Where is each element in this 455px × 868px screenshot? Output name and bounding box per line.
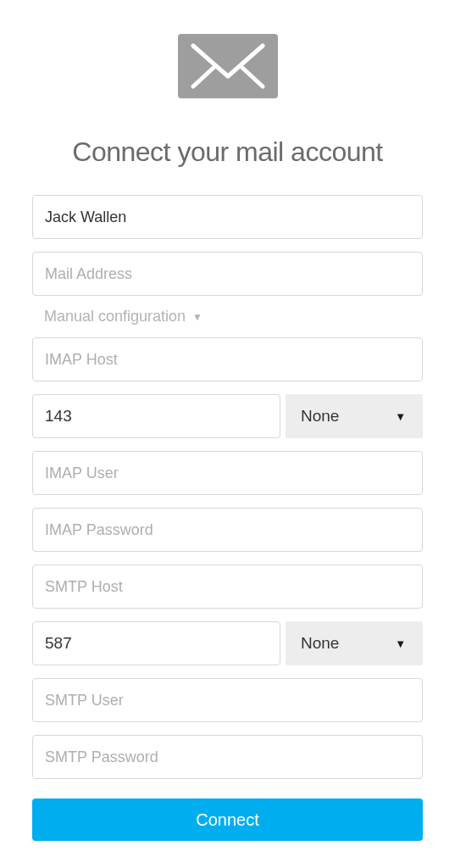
imap-port-row: None ▼ [32,394,423,438]
page-title: Connect your mail account [32,136,423,168]
smtp-user-field[interactable] [32,678,423,722]
smtp-password-field[interactable] [32,735,423,779]
caret-down-icon: ▼ [192,311,203,323]
connect-button[interactable]: Connect [32,798,423,841]
svg-line-1 [241,66,263,86]
manual-config-label: Manual configuration [44,308,186,326]
smtp-port-row: None ▼ [32,621,423,665]
imap-user-field[interactable] [32,451,423,495]
smtp-encryption-value: None [301,634,339,653]
imap-port-field[interactable] [32,394,280,438]
imap-host-field[interactable] [32,337,423,381]
smtp-host-field[interactable] [32,565,423,609]
imap-encryption-value: None [301,407,339,426]
imap-encryption-select[interactable]: None ▼ [286,394,423,438]
mail-setup-form: Manual configuration ▼ None ▼ None ▼ Con… [32,195,423,841]
chevron-down-icon: ▼ [395,410,406,423]
svg-line-0 [193,66,215,86]
header-icon-wrap [32,34,423,98]
chevron-down-icon: ▼ [395,637,406,650]
manual-config-toggle[interactable]: Manual configuration ▼ [32,306,423,327]
smtp-port-field[interactable] [32,621,280,665]
smtp-encryption-select[interactable]: None ▼ [286,621,423,665]
mail-address-field[interactable] [32,252,423,296]
mail-icon [178,34,278,98]
imap-password-field[interactable] [32,508,423,552]
name-field[interactable] [32,195,423,239]
